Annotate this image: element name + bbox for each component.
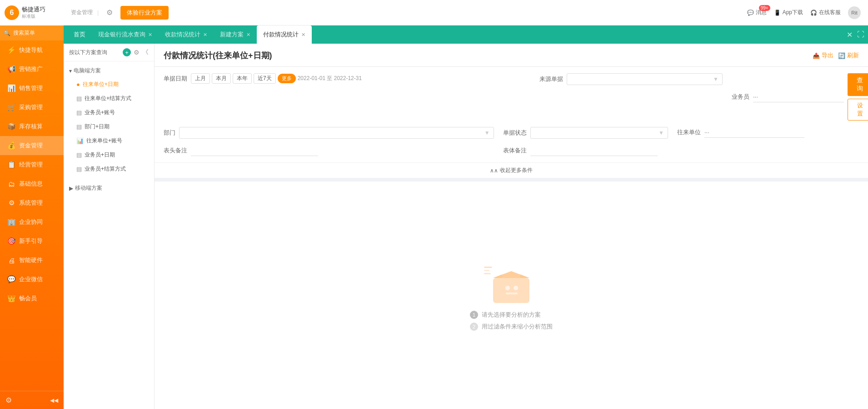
sidebar-footer: ⚙ ◀◀	[0, 391, 64, 409]
page-actions: 📤 导出 🔄 刷新	[813, 51, 859, 60]
scheme-item-partner-date[interactable]: ● 往来单位+日期	[64, 77, 154, 91]
export-btn[interactable]: 📤 导出	[813, 51, 833, 60]
refresh-icon: 🔄	[838, 52, 845, 59]
date-btn-group: 上月 本月 本年 近7天 更多 2022-01-01 至 2022-12-31	[191, 73, 362, 84]
logo-icon: 6	[5, 5, 19, 20]
voucher-date-label: 单据日期	[164, 75, 187, 83]
sidebar-collapse-btn[interactable]: ◀◀	[50, 397, 58, 404]
partner-input[interactable]	[704, 127, 804, 138]
tab-income-close[interactable]: ✕	[203, 32, 207, 38]
scheme-item-partner-account[interactable]: 📊 往来单位+账号	[64, 134, 154, 148]
date-btn-last-month[interactable]: 上月	[191, 73, 210, 84]
filter-row-1: 单据日期 上月 本月 本年 近7天 更多 2022-01-01 至 2022-1…	[164, 73, 859, 121]
filter-area: 单据日期 上月 本月 本年 近7天 更多 2022-01-01 至 2022-1…	[155, 67, 868, 162]
date-btn-this-month[interactable]: 本月	[212, 73, 231, 84]
dept-select[interactable]: ▼	[179, 127, 494, 139]
page-title: 付款情况统计(往来单位+日期)	[164, 50, 272, 61]
partner-label: 往来单位	[677, 128, 701, 136]
voucher-status-select[interactable]: ▼	[530, 127, 668, 139]
tab-expand-btn[interactable]: ⛶	[857, 30, 864, 39]
sidebar-item-system[interactable]: ⚙ 系统管理	[0, 193, 64, 212]
sidebar-item-capital[interactable]: 💰 资金管理	[0, 136, 64, 155]
query-btn[interactable]: 查询	[848, 73, 868, 96]
sidebar-item-corp[interactable]: 🏢 企业协同	[0, 212, 64, 232]
sidebar-item-purchase[interactable]: 🛒 采购管理	[0, 98, 64, 117]
empty-illustration	[484, 260, 539, 305]
tab-bank[interactable]: 现金银行流水查询 ✕	[92, 25, 159, 44]
scheme-collapse-btn[interactable]: 《	[142, 48, 149, 56]
logo-text: 畅捷通巧 标准版	[22, 6, 45, 20]
inventory-icon: 📦	[7, 122, 15, 131]
tab-new-scheme[interactable]: 新建方案 ✕	[214, 25, 257, 44]
sidebar-item-marketing[interactable]: 📢 营销推广	[0, 60, 64, 79]
tab-payment[interactable]: 付款情况统计 ✕	[257, 25, 312, 44]
user-avatar[interactable]: Rit	[848, 6, 861, 19]
app-download-btn[interactable]: 📱 App下载	[774, 9, 803, 16]
search-menu[interactable]: 🔍 搜索菜单	[0, 25, 64, 40]
sidebar-item-hardware[interactable]: 🖨 智能硬件	[0, 251, 64, 270]
collapse-more-btn[interactable]: ∧∧ 收起更多条件	[155, 162, 868, 178]
source-arrow-icon: ▼	[713, 76, 718, 82]
scheme-item-partner-settle[interactable]: ▤ 往来单位+结算方式	[64, 91, 154, 106]
svg-rect-9	[484, 270, 489, 271]
sidebar-item-sales[interactable]: 📊 销售管理	[0, 79, 64, 98]
sidebar-settings-btn[interactable]: ⚙	[5, 396, 12, 404]
sidebar-logo: 6 畅捷通巧 标准版	[0, 0, 64, 25]
tab-bank-close[interactable]: ✕	[148, 32, 152, 38]
notification-btn[interactable]: 💬 消息 99+	[747, 9, 767, 16]
desktop-section-header[interactable]: ▾ 电脑端方案	[64, 64, 154, 77]
scheme-settings-btn[interactable]: ⚙	[134, 49, 140, 56]
breadcrumb: 资金管理	[71, 9, 93, 16]
operation-icon: 📋	[7, 161, 15, 169]
query-btn-group: 查询 设置	[848, 73, 868, 121]
sidebar-item-inventory[interactable]: 📦 库存核算	[0, 117, 64, 136]
salesperson-input[interactable]	[753, 91, 844, 102]
filter-salesperson-item: 业务员 查询 设置	[732, 73, 859, 121]
quick-nav-icon: ⚡	[7, 46, 15, 54]
date-btn-this-year[interactable]: 本年	[233, 73, 252, 84]
sidebar-item-quick-nav[interactable]: ⚡ 快捷导航	[0, 40, 64, 60]
date-btn-7days[interactable]: 近7天	[254, 73, 276, 84]
tab-close-all-btn[interactable]: ✕	[847, 30, 853, 39]
mobile-section-header[interactable]: ▶ 移动端方案	[64, 182, 154, 195]
mobile-scheme-section: ▶ 移动端方案	[64, 179, 154, 197]
sidebar-item-member[interactable]: 👑 畅会员	[0, 289, 64, 308]
tab-payment-close[interactable]: ✕	[301, 32, 305, 38]
tabbar-right: ✕ ⛶	[847, 30, 864, 39]
empty-hint-2: 2 用过滤条件来缩小分析范围	[470, 323, 553, 331]
sidebar-item-wechat[interactable]: 💬 企业微信	[0, 270, 64, 289]
tab-new-scheme-close[interactable]: ✕	[246, 32, 250, 38]
filter-settings-btn[interactable]: 设置	[848, 99, 868, 121]
scheme-item-dept-date[interactable]: ▤ 部门+日期	[64, 120, 154, 134]
tab-income[interactable]: 收款情况统计 ✕	[159, 25, 214, 44]
header-settings-btn[interactable]: ⚙	[103, 6, 116, 19]
settings-icon: ⚙	[106, 8, 113, 17]
source-select[interactable]: ▼	[567, 73, 723, 85]
sidebar-item-basic[interactable]: 🗂 基础信息	[0, 174, 64, 193]
empty-hints: 1 请先选择要分析的方案 2 用过滤条件来缩小分析范围	[470, 311, 553, 331]
sidebar-item-guide[interactable]: 🎯 新手引导	[0, 232, 64, 251]
basic-icon: 🗂	[7, 180, 15, 188]
desktop-scheme-section: ▾ 电脑端方案 ● 往来单位+日期 ▤ 往来单位+结算方式 ▤ 业务员+账号 ▤	[64, 61, 154, 179]
notification-icon: 💬	[747, 10, 754, 16]
sidebar-item-operation[interactable]: 📋 经营管理	[0, 155, 64, 174]
scheme-item-staff-date[interactable]: ▤ 业务员+日期	[64, 148, 154, 162]
filter-partner-item: 往来单位	[677, 127, 804, 138]
header-note-input[interactable]	[191, 145, 318, 156]
scheme-item-staff-account[interactable]: ▤ 业务员+账号	[64, 106, 154, 120]
date-btn-more[interactable]: 更多	[278, 74, 296, 83]
svg-rect-1	[497, 282, 526, 300]
scheme-add-btn[interactable]: +	[123, 48, 131, 56]
scheme-item-staff-settle[interactable]: ▤ 业务员+结算方式	[64, 162, 154, 176]
search-icon: 🔍	[4, 30, 10, 36]
mobile-expand-icon: ▶	[69, 185, 73, 192]
right-content: 付款情况统计(往来单位+日期) 📤 导出 🔄 刷新	[155, 44, 868, 409]
svg-rect-8	[484, 267, 492, 268]
trial-btn[interactable]: 体验行业方案	[120, 6, 169, 20]
header-actions: 💬 消息 99+ 📱 App下载 🎧 在线客服 Rit	[747, 6, 861, 19]
online-service-btn[interactable]: 🎧 在线客服	[810, 9, 841, 16]
tab-home[interactable]: 首页	[67, 25, 92, 44]
body-note-input[interactable]	[530, 145, 658, 156]
svg-rect-7	[506, 293, 518, 294]
refresh-btn[interactable]: 🔄 刷新	[838, 51, 859, 60]
